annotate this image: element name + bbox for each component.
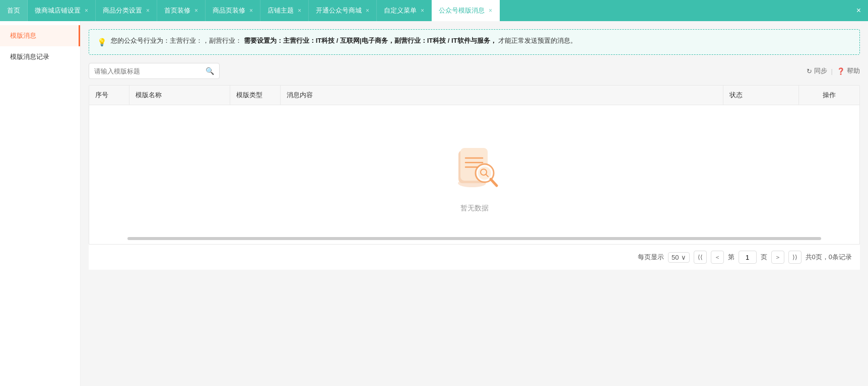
sidebar-item-template-msg[interactable]: 模版消息 xyxy=(0,25,80,46)
page-last-button[interactable]: ⟩⟩ xyxy=(788,251,802,264)
data-table: 序号 模版名称 模版类型 消息内容 状态 操作 xyxy=(89,85,860,245)
svg-point-7 xyxy=(478,167,491,180)
notice-prefix: 您的公众号行业为：主营行业：，副营行业： xyxy=(111,37,242,44)
sidebar: 模版消息 模版消息记录 xyxy=(0,21,81,386)
notice-banner: 💡 您的公众号行业为：主营行业：，副营行业： 需要设置为：主营行业：IT科技 /… xyxy=(89,29,860,55)
tab-product-decor[interactable]: 商品页装修 × xyxy=(206,0,260,21)
sidebar-item-template-msg-record[interactable]: 模版消息记录 xyxy=(0,46,80,67)
main-layout: 模版消息 模版消息记录 💡 您的公众号行业为：主营行业：，副营行业： 需要设置为… xyxy=(0,21,868,386)
empty-illustration xyxy=(444,135,505,196)
tab-template-msg-close[interactable]: × xyxy=(489,7,492,14)
search-icon[interactable]: 🔍 xyxy=(206,67,214,75)
search-actions: ↻ 同步 | ❓ 帮助 xyxy=(807,66,860,75)
search-input-wrap: 🔍 xyxy=(89,63,220,79)
horizontal-scrollbar[interactable] xyxy=(127,237,821,240)
top-nav: 首页 微商城店铺设置 × 商品分类设置 × 首页装修 × 商品页装修 × 店铺主… xyxy=(0,0,868,21)
tab-home-decor-label: 首页装修 xyxy=(164,6,190,15)
sync-button[interactable]: ↻ 同步 xyxy=(807,66,827,75)
help-button[interactable]: ❓ 帮助 xyxy=(837,66,860,75)
tab-product-category-close[interactable]: × xyxy=(146,7,150,14)
tab-home[interactable]: 首页 xyxy=(0,0,28,21)
tab-wshop-settings[interactable]: 微商城店铺设置 × xyxy=(28,0,96,21)
tab-open-mall-close[interactable]: × xyxy=(366,7,369,14)
svg-line-8 xyxy=(491,179,497,186)
page-suffix-label: 页 xyxy=(761,253,767,262)
tab-wshop-settings-close[interactable]: × xyxy=(85,7,88,14)
tab-template-msg-label: 公众号模版消息 xyxy=(439,6,485,15)
tab-home-decor-close[interactable]: × xyxy=(194,7,198,14)
divider: | xyxy=(831,67,833,75)
notice-icon: 💡 xyxy=(97,36,107,48)
tab-shop-theme-close[interactable]: × xyxy=(298,7,301,14)
tab-open-mall[interactable]: 开通公众号商城 × xyxy=(309,0,377,21)
tab-custom-menu[interactable]: 自定义菜单 × xyxy=(377,0,432,21)
th-status: 状态 xyxy=(723,86,799,105)
sidebar-item-template-msg-label: 模版消息 xyxy=(10,32,36,39)
sidebar-item-template-msg-record-label: 模版消息记录 xyxy=(10,53,49,60)
tab-home-label: 首页 xyxy=(7,6,20,15)
tab-custom-menu-label: 自定义菜单 xyxy=(384,6,417,15)
th-action: 操作 xyxy=(799,86,859,105)
th-type: 模版类型 xyxy=(230,86,281,105)
search-input[interactable] xyxy=(94,67,206,75)
tab-product-decor-close[interactable]: × xyxy=(249,7,253,14)
tab-product-decor-label: 商品页装修 xyxy=(213,6,245,15)
tab-open-mall-label: 开通公众号商城 xyxy=(316,6,362,15)
page-first-button[interactable]: ⟨⟨ xyxy=(694,251,707,264)
close-all-tabs-button[interactable]: × xyxy=(849,6,868,15)
help-icon: ❓ xyxy=(837,67,845,75)
tab-wshop-settings-label: 微商城店铺设置 xyxy=(35,6,81,15)
page-size-prefix: 每页显示 xyxy=(638,253,664,262)
content-area: 💡 您的公众号行业为：主营行业：，副营行业： 需要设置为：主营行业：IT科技 /… xyxy=(81,21,868,386)
tab-product-category-label: 商品分类设置 xyxy=(103,6,142,15)
table-header: 序号 模版名称 模版类型 消息内容 状态 操作 xyxy=(89,86,859,105)
tab-template-msg[interactable]: 公众号模版消息 × xyxy=(432,0,500,21)
page-size-chevron-icon: ∨ xyxy=(681,254,686,261)
scroll-bar-area xyxy=(89,233,859,244)
empty-text: 暂无数据 xyxy=(460,204,489,213)
empty-state: 暂无数据 xyxy=(89,105,859,233)
search-bar: 🔍 ↻ 同步 | ❓ 帮助 xyxy=(89,63,860,79)
notice-highlight: 需要设置为：主营行业：IT科技 / 互联网|电子商务，副营行业：IT科技 / I… xyxy=(244,37,497,44)
page-total-label: 共0页，0条记录 xyxy=(806,253,852,262)
page-size-value: 50 xyxy=(672,254,679,261)
tab-home-decor[interactable]: 首页装修 × xyxy=(157,0,206,21)
tab-shop-theme-label: 店铺主题 xyxy=(268,6,294,15)
tab-shop-theme[interactable]: 店铺主题 × xyxy=(260,0,309,21)
th-name: 模版名称 xyxy=(129,86,230,105)
page-prefix-label: 第 xyxy=(728,253,735,262)
tab-custom-menu-close[interactable]: × xyxy=(421,7,424,14)
pagination: 每页显示 50 ∨ ⟨⟨ ＜ 第 页 ＞ ⟩⟩ 共0页，0条记录 xyxy=(89,245,860,270)
page-number-input[interactable] xyxy=(739,251,757,264)
th-seq: 序号 xyxy=(89,86,129,105)
th-content: 消息内容 xyxy=(281,86,723,105)
page-prev-button[interactable]: ＜ xyxy=(711,251,724,264)
sync-icon: ↻ xyxy=(807,67,812,75)
help-label: 帮助 xyxy=(847,66,860,75)
page-next-button[interactable]: ＞ xyxy=(771,251,784,264)
tab-product-category[interactable]: 商品分类设置 × xyxy=(96,0,157,21)
page-size-select[interactable]: 50 ∨ xyxy=(668,252,689,263)
notice-text: 您的公众号行业为：主营行业：，副营行业： 需要设置为：主营行业：IT科技 / 互… xyxy=(111,36,577,46)
notice-suffix: 才能正常发送预置的消息。 xyxy=(498,37,577,44)
sync-label: 同步 xyxy=(814,66,827,75)
